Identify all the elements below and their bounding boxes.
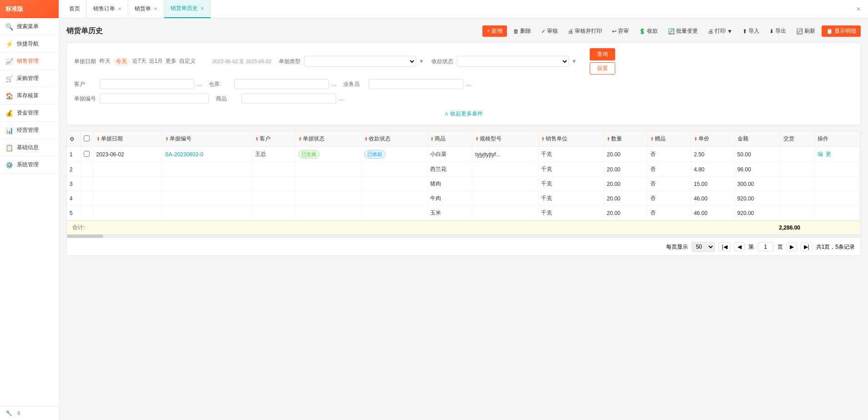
- col-date[interactable]: ⬆单据日期: [93, 131, 162, 147]
- first-page-button[interactable]: |◀: [718, 242, 730, 251]
- tab-sales-delivery[interactable]: 销货单 ✕: [128, 0, 164, 18]
- col-transaction[interactable]: 交货: [780, 131, 814, 147]
- col-gift[interactable]: ⬆赠品: [647, 131, 691, 147]
- collapse-conditions[interactable]: ∧ 收起更多条件: [74, 108, 853, 120]
- close-sales-delivery-tab[interactable]: ✕: [154, 6, 157, 11]
- filter-payment-dropdown[interactable]: ▼: [572, 58, 577, 65]
- batch-change-button[interactable]: 🔄 批量变更: [664, 25, 702, 37]
- filter-item-goods: 商品 ...: [216, 94, 343, 104]
- scroll-bar[interactable]: [67, 234, 860, 238]
- page-number-input[interactable]: [758, 242, 774, 251]
- cell-checkbox[interactable]: [80, 191, 93, 206]
- import-button[interactable]: ⬆ 导入: [739, 25, 763, 37]
- cell-checkbox[interactable]: [80, 206, 93, 220]
- sidebar-bottom-icon2[interactable]: ⏸: [16, 410, 21, 416]
- tab-sales-history[interactable]: 销货单历史 ✕: [164, 0, 211, 18]
- goods-ellipsis[interactable]: ...: [339, 95, 343, 102]
- cell-docno[interactable]: [162, 206, 252, 220]
- show-detail-icon: 📋: [826, 28, 833, 35]
- filter-payment-select[interactable]: [457, 56, 569, 67]
- sidebar-item-basic-info[interactable]: 📋 基础信息: [0, 139, 59, 156]
- select-all-checkbox[interactable]: [84, 135, 90, 141]
- sidebar-item-operation-mgmt[interactable]: 📊 经营管理: [0, 122, 59, 139]
- edit-action[interactable]: 编: [818, 151, 823, 157]
- col-spec[interactable]: ⬆规格型号: [472, 131, 538, 147]
- col-qty[interactable]: ⬆数量: [604, 131, 647, 147]
- filter-doctype-dropdown[interactable]: ▼: [419, 58, 424, 65]
- date-tab-7days[interactable]: 近7天: [132, 57, 146, 66]
- filter-item-payment-status: 收款状态 ▼: [431, 56, 577, 67]
- date-tab-more[interactable]: 更多: [166, 57, 176, 66]
- abandon-button[interactable]: ↩ 弃审: [608, 25, 632, 37]
- col-unit[interactable]: ⬆销售单位: [538, 131, 604, 147]
- filter-warehouse-input[interactable]: [234, 79, 329, 89]
- cell-checkbox[interactable]: [80, 177, 93, 191]
- cell-docno[interactable]: [162, 177, 252, 191]
- cell-unit: 千克: [538, 177, 604, 191]
- col-docno[interactable]: ⬆单据编号: [162, 131, 252, 147]
- sidebar-item-inventory[interactable]: 🏠 库存核算: [0, 87, 59, 105]
- cell-docno[interactable]: [162, 191, 252, 206]
- sidebar-item-sales-mgmt[interactable]: 📈 销售管理: [0, 53, 59, 70]
- cell-docno[interactable]: SA-20230602-0: [162, 147, 252, 162]
- staff-ellipsis[interactable]: ...: [466, 81, 471, 87]
- table-row: 5玉米千克20.00否46.00920.00: [67, 206, 860, 220]
- prev-page-button[interactable]: ◀: [734, 242, 745, 251]
- export-button[interactable]: ⬇ 导出: [766, 25, 790, 37]
- query-button[interactable]: 查询: [590, 48, 615, 60]
- filter-doctype-select[interactable]: [304, 56, 416, 67]
- filter-customer-input[interactable]: [100, 79, 194, 89]
- sidebar-item-system-mgmt[interactable]: ⚙️ 系统管理: [0, 156, 59, 174]
- last-page-button[interactable]: ▶|: [801, 242, 813, 251]
- col-settings[interactable]: ⚙: [67, 131, 80, 147]
- show-detail-button[interactable]: 📋 显示明细: [822, 25, 861, 37]
- sidebar-item-finance-mgmt[interactable]: 💰 资金管理: [0, 105, 59, 122]
- cell-checkbox[interactable]: [80, 147, 93, 162]
- audit-button[interactable]: ✓ 审核: [537, 25, 562, 37]
- col-goods[interactable]: ⬆商品: [427, 131, 472, 147]
- print-button[interactable]: 🖨 打印 ▼: [704, 25, 736, 37]
- filter-staff-input[interactable]: [369, 79, 463, 89]
- col-checkbox[interactable]: [80, 131, 93, 147]
- filter-goods-input[interactable]: [241, 94, 336, 104]
- next-page-button[interactable]: ▶: [787, 242, 797, 251]
- cell-unit-price: 15.00: [691, 177, 734, 191]
- filter-docno-input[interactable]: [100, 94, 209, 104]
- filter-customer-label: 客户: [74, 80, 97, 88]
- sidebar-item-quick-nav[interactable]: ⚡ 快捷导航: [0, 35, 59, 53]
- tab-home[interactable]: 首页: [63, 0, 87, 18]
- page-size-select[interactable]: 50 20 100: [692, 242, 715, 252]
- date-tab-1month[interactable]: 近1月: [149, 57, 163, 66]
- more-action[interactable]: 更: [826, 151, 831, 157]
- close-sales-order-tab[interactable]: ✕: [118, 6, 121, 11]
- delete-button[interactable]: 🗑 删除: [510, 25, 535, 37]
- tab-sales-order[interactable]: 销售订单 ✕: [87, 0, 128, 18]
- col-unit-price[interactable]: ⬆单价: [691, 131, 734, 147]
- docno-link[interactable]: SA-20230602-0: [165, 151, 203, 158]
- cell-checkbox[interactable]: [80, 162, 93, 177]
- date-tab-yesterday[interactable]: 昨天: [100, 57, 110, 66]
- sidebar-item-search-menu[interactable]: 🔍 搜索菜单: [0, 18, 59, 35]
- col-payment[interactable]: ⬆收款状态: [361, 131, 427, 147]
- customer-ellipsis[interactable]: ...: [197, 81, 201, 87]
- cell-transaction: [780, 147, 814, 162]
- settings-button[interactable]: 设置: [590, 62, 615, 75]
- close-sales-history-tab[interactable]: ✕: [201, 6, 204, 11]
- col-docstatus[interactable]: ⬆单据状态: [296, 131, 361, 147]
- tab-bar-close[interactable]: ✕: [853, 6, 864, 12]
- warehouse-ellipsis[interactable]: ...: [331, 81, 336, 87]
- col-amount[interactable]: 金额: [734, 131, 780, 147]
- cell-unit: 千克: [538, 206, 604, 220]
- audit-print-button[interactable]: 🖨 审核并打印: [564, 25, 606, 37]
- date-tab-today[interactable]: 今天: [113, 57, 130, 66]
- sidebar-bottom-icon1[interactable]: 🔧: [5, 410, 12, 416]
- collect-button[interactable]: 💲 收款: [635, 25, 662, 37]
- cell-transaction: [780, 191, 814, 206]
- date-tab-custom[interactable]: 自定义: [179, 57, 196, 66]
- sidebar-item-purchase-mgmt[interactable]: 🛒 采购管理: [0, 70, 59, 87]
- col-customer[interactable]: ⬆客户: [252, 131, 296, 147]
- refresh-button[interactable]: 🔃 刷新: [793, 25, 819, 37]
- cell-docno[interactable]: [162, 162, 252, 177]
- row-checkbox[interactable]: [84, 151, 90, 157]
- new-button[interactable]: + 新增: [482, 25, 507, 37]
